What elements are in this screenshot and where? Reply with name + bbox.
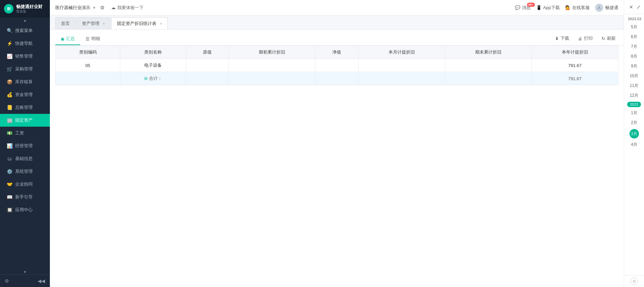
sidebar-item-enterprise[interactable]: 🤝 企业协同 xyxy=(0,178,50,191)
sidebar-collapse-icon[interactable]: ◀◀ xyxy=(38,278,45,284)
tab-asset-mgmt-close[interactable]: × xyxy=(103,22,105,26)
tab-asset-mgmt[interactable]: 资产管理 × xyxy=(76,17,111,29)
refresh-label: 刷新 xyxy=(607,35,616,41)
tab-asset-mgmt-label: 资产管理 xyxy=(82,21,99,27)
sidebar-item-guide[interactable]: 📖 新手引导 xyxy=(0,191,50,203)
logo-subtitle: 普及版 xyxy=(16,9,42,13)
sidebar-item-apps-label: 应用中心 xyxy=(15,207,33,213)
sidebar: 财 畅捷通好业财 普及版 ▲ 🔍 搜索菜单 ⚡ 快捷导航 📈 销售管理 🛒 采购… xyxy=(0,0,50,287)
sidebar-logo: 财 畅捷通好业财 普及版 xyxy=(0,0,50,18)
logo-title: 畅捷通好业财 xyxy=(16,4,42,9)
sidebar-item-system[interactable]: ⚙️ 系统管理 xyxy=(0,165,50,178)
download-toolbar-label: 下载 xyxy=(560,35,569,41)
download-button[interactable]: ⬇ 下载 xyxy=(552,34,572,43)
sidebar-item-search[interactable]: 🔍 搜索菜单 xyxy=(0,24,50,37)
sidebar-item-finance-label: 资金管理 xyxy=(15,92,33,98)
tab-home-label: 首页 xyxy=(61,21,70,27)
col-code: 类别编码 xyxy=(56,46,120,59)
print-button[interactable]: 🖨 打印 xyxy=(575,34,595,43)
tab-fixed-depreciation[interactable]: 固定资产折旧统计表 × xyxy=(111,17,167,29)
col-annual-depr: 本年计提折旧 xyxy=(531,46,618,59)
refresh-icon: ↻ xyxy=(602,36,605,41)
tab-home[interactable]: 首页 xyxy=(55,17,75,29)
sidebar-footer: ⚙ ◀◀ xyxy=(0,275,50,287)
sidebar-item-finance[interactable]: 💰 资金管理 xyxy=(0,88,50,101)
month-8[interactable]: 8月 xyxy=(624,52,644,61)
logo-icon: 财 xyxy=(4,4,13,13)
sidebar-item-basic[interactable]: 🗂 基础信息 xyxy=(0,152,50,165)
sidebar-item-fixed[interactable]: 🏢 固定资产 xyxy=(0,114,50,127)
company-selector[interactable]: 医疗器械行业演示 ▼ xyxy=(55,5,96,11)
year-tag[interactable]: 2023 xyxy=(627,102,641,107)
sidebar-item-quicknav-label: 快捷导航 xyxy=(15,40,33,46)
download-toolbar-icon: ⬇ xyxy=(555,36,559,41)
topbar: 医疗器械行业演示 ▼ ⚙ ☁ 我要体验一下 💬 消息 99+ 📱 App下载 💁… xyxy=(50,0,624,15)
fixed-icon: 🏢 xyxy=(6,118,12,123)
month-11[interactable]: 11月 xyxy=(624,81,644,91)
topbar-settings-icon[interactable]: ⚙ xyxy=(100,5,104,11)
print-icon: 🖨 xyxy=(578,36,582,41)
detail-icon: ☰ xyxy=(86,36,90,41)
month-2[interactable]: 2月 xyxy=(624,118,644,128)
month-4[interactable]: 4月 xyxy=(624,140,644,150)
total-original xyxy=(186,72,228,85)
month-3-current[interactable]: 3月 xyxy=(630,129,639,138)
month-10[interactable]: 10月 xyxy=(624,71,644,81)
expand-panel-icon[interactable]: ⤢ xyxy=(636,4,641,10)
month-5[interactable]: 5月 xyxy=(624,22,644,32)
sidebar-item-quicknav[interactable]: ⚡ 快捷导航 xyxy=(0,37,50,50)
month-9[interactable]: 9月 xyxy=(624,61,644,71)
sidebar-item-inventory[interactable]: 📦 库存核算 xyxy=(0,75,50,88)
row-ending-depr xyxy=(445,59,531,72)
refresh-button[interactable]: ↻ 刷新 xyxy=(599,34,618,43)
table-row: 05 电子设备 791.67 xyxy=(56,59,618,72)
total-code-cell xyxy=(56,72,120,85)
experience-icon: ☁ xyxy=(111,5,116,10)
sidebar-item-payroll[interactable]: 💵 工资 xyxy=(0,127,50,139)
experience-label: 我要体验一下 xyxy=(117,5,144,11)
purchase-icon: 🛒 xyxy=(6,66,12,72)
month-1[interactable]: 1月 xyxy=(624,108,644,118)
month-7[interactable]: 7月 xyxy=(624,42,644,52)
subtab-detail[interactable]: ☰ 明细 xyxy=(80,33,105,45)
inventory-icon: 📦 xyxy=(6,79,12,85)
download-button[interactable]: 📱 App下载 xyxy=(536,5,560,11)
service-label: 在线客服 xyxy=(572,5,590,11)
sidebar-item-management[interactable]: 📊 经营管理 xyxy=(0,139,50,152)
summary-icon: ◉ xyxy=(61,36,64,41)
subtab-summary[interactable]: ◉ 汇总 xyxy=(55,33,80,45)
total-annual-depr: 791.67 xyxy=(531,72,618,85)
close-panel-icon[interactable]: ✕ xyxy=(628,4,634,10)
sidebar-item-inventory-label: 库存核算 xyxy=(15,79,33,85)
message-button[interactable]: 💬 消息 99+ xyxy=(515,5,531,11)
sidebar-item-ledger-label: 总账管理 xyxy=(15,104,33,110)
sidebar-scroll-down[interactable]: ▼ xyxy=(0,269,50,275)
sidebar-item-ledger[interactable]: 📒 总账管理 xyxy=(0,101,50,114)
apps-icon: 🔲 xyxy=(6,207,12,213)
finance-icon: 💰 xyxy=(6,92,12,97)
tab-fixed-depreciation-close[interactable]: × xyxy=(160,22,162,26)
row-name: 电子设备 xyxy=(120,59,186,72)
total-ending-depr xyxy=(445,72,531,85)
sidebar-item-sales[interactable]: 📈 销售管理 xyxy=(0,50,50,63)
quicknav-icon: ⚡ xyxy=(6,41,12,46)
total-monthly-depr xyxy=(358,72,445,85)
experience-button[interactable]: ☁ 我要体验一下 xyxy=(111,5,144,11)
month-12[interactable]: 12月 xyxy=(624,91,644,100)
guide-icon: 📖 xyxy=(6,194,12,200)
sidebar-item-purchase[interactable]: 🛒 采购管理 xyxy=(0,63,50,75)
panel-bottom-icon[interactable]: ⊙ xyxy=(631,278,638,285)
sales-icon: 📈 xyxy=(6,54,12,59)
sidebar-item-fixed-label: 固定资产 xyxy=(15,117,33,123)
topbar-right: 💬 消息 99+ 📱 App下载 💁 在线客服 人 畅捷通 xyxy=(515,4,618,12)
download-label: App下载 xyxy=(543,5,560,11)
month-6[interactable]: 6月 xyxy=(624,32,644,42)
sidebar-item-apps[interactable]: 🔲 应用中心 xyxy=(0,203,50,216)
user-menu[interactable]: 人 畅捷通 xyxy=(595,4,618,12)
service-button[interactable]: 💁 在线客服 xyxy=(565,5,590,11)
sidebar-scroll-up[interactable]: ▲ xyxy=(0,18,50,23)
sidebar-settings-icon[interactable]: ⚙ xyxy=(5,278,9,284)
sidebar-item-search-label: 搜索菜单 xyxy=(15,28,33,34)
depreciation-table: 类别编码 类别名称 原值 期初累计折旧 净值 本月计提折旧 期末累计折旧 本年计… xyxy=(55,45,618,85)
company-chevron-icon: ▼ xyxy=(92,6,96,10)
